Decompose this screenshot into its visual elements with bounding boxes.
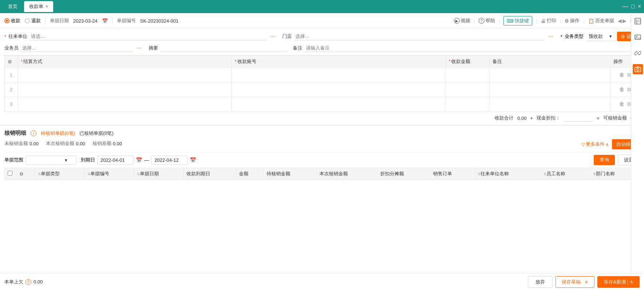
row-3-remark[interactable] bbox=[489, 97, 610, 111]
window-close-icon[interactable]: × bbox=[638, 3, 641, 10]
date-label: 单据日期 bbox=[50, 17, 69, 24]
business-type-select[interactable]: 预收款 ▾ bbox=[586, 32, 615, 41]
abandon-button[interactable]: 放弃 bbox=[528, 276, 553, 288]
date-from-input[interactable] bbox=[97, 156, 134, 165]
sidebar-table-icon[interactable] bbox=[633, 16, 643, 26]
table-row: 1 🗑 ⧉ bbox=[5, 68, 640, 82]
pending-tab[interactable]: 待核销单据(0笔) bbox=[41, 130, 75, 137]
due-date-field: 到期日 📅 — 📅 bbox=[81, 156, 196, 165]
radio-receipt[interactable]: 收款 bbox=[4, 17, 20, 24]
window-maximize-icon[interactable]: □ bbox=[631, 3, 635, 10]
row-3-settlement[interactable] bbox=[18, 97, 232, 111]
unchecked-value: 0.00 bbox=[30, 141, 39, 146]
help-label: 帮助 bbox=[486, 17, 495, 24]
row-2-settlement[interactable] bbox=[18, 82, 232, 97]
row-2-account[interactable] bbox=[232, 82, 445, 97]
business-type-value: 预收款 bbox=[589, 33, 603, 40]
date-to-input[interactable] bbox=[151, 156, 188, 165]
window-minimize-icon[interactable]: — bbox=[623, 3, 628, 10]
print-label: 打印 bbox=[547, 17, 556, 24]
done-tab[interactable]: 已核销单据(0笔) bbox=[79, 130, 114, 137]
counterpart-input[interactable] bbox=[30, 32, 267, 40]
col-remark-header: 备注 bbox=[489, 56, 610, 68]
store-input[interactable] bbox=[294, 32, 545, 40]
row-3-num: 3 bbox=[5, 97, 18, 111]
detail-table: ⚙ ⇅单据类型 ⇅单据编号 ⇅单据日期 收款到期日 bbox=[4, 168, 640, 180]
row-1-copy-icon[interactable]: ⧉ bbox=[627, 72, 631, 78]
info-icon[interactable]: i bbox=[31, 130, 36, 136]
row-1-remark[interactable] bbox=[489, 68, 610, 82]
summary-field: 摘要 bbox=[149, 44, 287, 52]
row-2-remark[interactable] bbox=[489, 82, 610, 97]
store-more-icon[interactable]: ··· bbox=[547, 33, 555, 40]
summary-input[interactable] bbox=[160, 44, 287, 52]
store-field: 门店 ··· bbox=[282, 32, 554, 40]
save-draft-button[interactable]: 保存草稿 ∧ bbox=[555, 276, 594, 288]
diff-label: 核销差额 bbox=[93, 140, 111, 147]
row-2-copy-icon[interactable]: ⧉ bbox=[627, 86, 631, 93]
table-gear-icon[interactable]: ⚙ bbox=[8, 59, 12, 64]
counterpart-more-icon[interactable]: ··· bbox=[269, 33, 276, 40]
tab-close-icon[interactable]: × bbox=[46, 4, 48, 9]
row-1-delete-icon[interactable]: 🗑 bbox=[619, 72, 624, 78]
tab-active[interactable]: 收款单 × bbox=[24, 1, 53, 12]
history-action[interactable]: 📋 历史单据 bbox=[588, 17, 614, 24]
number-value[interactable]: SK-20230324-001 bbox=[140, 18, 179, 24]
diff-stat: 核销差额 0.00 bbox=[93, 140, 122, 147]
help-action[interactable]: ? 帮助 bbox=[479, 17, 495, 24]
toolbar-right: ▶ 视频 | ? 帮助 | ⌨ 快捷键 | 🖨 打印 | ⚙ 操作 bbox=[454, 16, 640, 26]
save-new-button[interactable]: 保存&新增 ∧ bbox=[597, 276, 640, 288]
row-3-copy-icon[interactable]: ⧉ bbox=[627, 101, 631, 107]
row-1-amount[interactable] bbox=[445, 68, 489, 82]
bottom-bar: 本单上欠 ? 0.00 放弃 保存草稿 ∧ 保存&新增 ∧ bbox=[0, 273, 644, 290]
print-action[interactable]: 🖨 打印 bbox=[541, 17, 556, 24]
col-amount-header: *收款金额 bbox=[445, 56, 489, 68]
salesperson-input[interactable] bbox=[21, 44, 133, 52]
row-3-amount[interactable] bbox=[445, 97, 489, 111]
nav-next-icon[interactable]: ▶ bbox=[623, 18, 627, 24]
svg-point-5 bbox=[636, 36, 637, 37]
calendar-icon[interactable]: 📅 bbox=[102, 18, 108, 24]
net-label: 可核销金额 bbox=[603, 115, 627, 121]
nav-prev-icon[interactable]: ◀ bbox=[618, 18, 622, 24]
row-2-delete-icon[interactable]: 🗑 bbox=[619, 86, 624, 93]
bottom-label: 本单上欠 bbox=[4, 279, 23, 285]
sidebar-camera-icon[interactable] bbox=[633, 64, 643, 74]
sidebar-image-icon[interactable] bbox=[633, 32, 643, 42]
svg-rect-4 bbox=[635, 35, 641, 39]
sidebar-link-icon[interactable] bbox=[633, 48, 643, 58]
video-action[interactable]: ▶ 视频 bbox=[454, 17, 470, 24]
row-3-delete-icon[interactable]: 🗑 bbox=[619, 101, 624, 107]
salesperson-more-icon[interactable]: ··· bbox=[135, 45, 143, 51]
diff-value: 0.00 bbox=[113, 141, 122, 146]
note-input[interactable] bbox=[305, 44, 640, 52]
discount-input[interactable] bbox=[564, 114, 593, 122]
shortcut-button[interactable]: ⌨ 快捷键 bbox=[503, 16, 532, 26]
detail-table-wrap: ⚙ ⇅单据类型 ⇅单据编号 ⇅单据日期 收款到期日 bbox=[4, 168, 640, 273]
detail-gear-icon[interactable]: ⚙ bbox=[19, 171, 24, 177]
tab-home[interactable]: 首页 bbox=[3, 1, 23, 12]
plus-sign: + bbox=[530, 115, 533, 121]
query-button[interactable]: 查询 bbox=[594, 155, 615, 165]
row-3-account[interactable] bbox=[232, 97, 445, 111]
more-conditions-btn[interactable]: ▽ 更多条件 ∧ bbox=[581, 141, 609, 148]
row-2-amount[interactable] bbox=[445, 82, 489, 97]
right-sidebar bbox=[631, 13, 644, 273]
radio-refund[interactable]: 退款 bbox=[25, 17, 41, 24]
calendar-from-icon[interactable]: 📅 bbox=[136, 157, 142, 163]
row-2-num: 2 bbox=[5, 82, 18, 97]
operation-action[interactable]: ⚙ 操作 bbox=[565, 17, 580, 24]
col-counterpart-header: ⇅往来单位名称 bbox=[474, 168, 541, 180]
select-all-checkbox[interactable] bbox=[8, 171, 12, 176]
date-value[interactable]: 2023-03-24 bbox=[73, 18, 98, 24]
range-select[interactable]: ▾ bbox=[25, 156, 76, 165]
radio-group: 收款 退款 bbox=[4, 17, 41, 24]
shortcut-label: 快捷键 bbox=[515, 17, 529, 24]
row-1-account[interactable] bbox=[232, 68, 445, 82]
save-new-chevron[interactable]: ∧ bbox=[627, 279, 633, 285]
row-1-settlement[interactable] bbox=[18, 68, 232, 82]
bottom-info-icon[interactable]: ? bbox=[25, 279, 31, 285]
save-draft-chevron[interactable]: ∧ bbox=[582, 279, 588, 285]
receipts-table: ⚙ *结算方式 *收款账号 *收款金额 备注 操作 bbox=[4, 55, 640, 111]
calendar-to-icon[interactable]: 📅 bbox=[190, 157, 196, 163]
